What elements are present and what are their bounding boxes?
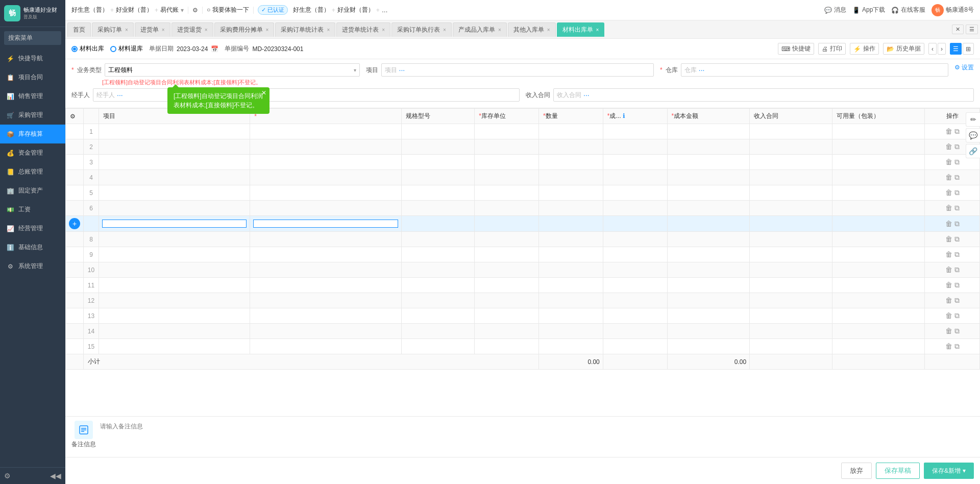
row-unit[interactable] — [475, 124, 539, 139]
delete-row-button[interactable]: 🗑 — [944, 157, 953, 167]
copy-row-button[interactable]: ⧉ — [953, 341, 961, 352]
row-quantity[interactable] — [539, 247, 603, 262]
calendar-icon[interactable]: 📅 — [211, 45, 218, 53]
row-cost-price[interactable] — [603, 201, 667, 216]
sidebar-item-inventory[interactable]: 📦 库存核算 — [0, 125, 65, 143]
delete-row-button[interactable]: 🗑 — [944, 249, 953, 259]
row-quantity-active[interactable] — [539, 216, 603, 232]
row-cost-amount[interactable] — [667, 293, 750, 308]
row-material-active[interactable] — [250, 216, 401, 232]
row-available[interactable] — [832, 124, 924, 139]
sidebar-item-system[interactable]: ⚙ 系统管理 — [0, 257, 65, 276]
row-income-contract[interactable] — [750, 262, 832, 278]
copy-row-button[interactable]: ⧉ — [953, 219, 961, 229]
cost-info-icon[interactable]: ℹ — [623, 112, 625, 119]
topbar-link-more[interactable]: … — [382, 7, 388, 14]
row-income-contract[interactable] — [750, 293, 832, 308]
settings-bottom-button[interactable]: ⚙ — [4, 472, 11, 480]
row-cost-price[interactable] — [603, 185, 667, 201]
row-quantity[interactable] — [539, 155, 603, 170]
tab-list-button[interactable]: ☰ — [966, 25, 978, 34]
row-income-contract[interactable] — [750, 278, 832, 293]
row-project[interactable] — [99, 324, 250, 339]
row-project[interactable] — [99, 278, 250, 293]
row-income-contract[interactable] — [750, 339, 832, 354]
row-cost-amount[interactable] — [667, 201, 750, 216]
row-cost-price[interactable] — [603, 324, 667, 339]
row-project[interactable] — [99, 262, 250, 278]
row-spec[interactable] — [401, 201, 475, 216]
row-project[interactable] — [99, 170, 250, 185]
quick-key-button[interactable]: ⌨ 快捷键 — [778, 43, 814, 55]
row-quantity[interactable] — [539, 124, 603, 139]
delete-row-button[interactable]: 🗑 — [944, 264, 953, 275]
tab-purchase-expense[interactable]: 采购费用分摊单× — [214, 22, 275, 37]
tab-close-icon[interactable]: × — [162, 27, 165, 33]
project-input[interactable]: 项目 ··· — [381, 63, 654, 77]
row-material[interactable] — [250, 262, 401, 278]
row-unit[interactable] — [475, 155, 539, 170]
row-cost-price[interactable] — [603, 293, 667, 308]
row-unit[interactable] — [475, 262, 539, 278]
row-quantity[interactable] — [539, 324, 603, 339]
row-spec[interactable] — [401, 139, 475, 155]
notes-input[interactable] — [100, 421, 974, 432]
tab-incoming-return[interactable]: 进货退货× — [172, 22, 213, 37]
tab-purchase-exec[interactable]: 采购订单执行表× — [391, 22, 452, 37]
row-available[interactable] — [832, 247, 924, 262]
row-spec[interactable] — [401, 262, 475, 278]
row-spec[interactable] — [401, 247, 475, 262]
row-cost-price[interactable] — [603, 170, 667, 185]
row-quantity[interactable] — [539, 278, 603, 293]
topbar-link-haoshengyi[interactable]: 好生意（普） — [71, 6, 108, 14]
delete-row-button[interactable]: 🗑 — [944, 280, 953, 290]
right-tool-link[interactable]: 🔗 — [966, 144, 980, 158]
row-income-contract[interactable] — [750, 201, 832, 216]
row-spec[interactable] — [401, 293, 475, 308]
prev-record-button[interactable]: ‹ — [928, 43, 937, 55]
row-spec[interactable] — [401, 278, 475, 293]
row-quantity[interactable] — [539, 262, 603, 278]
search-menu-button[interactable]: 搜索菜单 — [4, 31, 61, 45]
tab-purchase-stat[interactable]: 采购订单统计表× — [275, 22, 335, 37]
topbar-trial-link[interactable]: ○ 我要体验一下 — [207, 6, 249, 14]
row-cost-price[interactable] — [603, 278, 667, 293]
row-unit[interactable] — [475, 278, 539, 293]
row-available[interactable] — [832, 185, 924, 201]
operate-button[interactable]: ⚡ 操作 — [850, 43, 879, 55]
row-cost-price[interactable] — [603, 262, 667, 278]
row-material[interactable] — [250, 170, 401, 185]
delete-row-button[interactable]: 🗑 — [944, 187, 953, 198]
income-contract-input[interactable]: 收入合同 ··· — [553, 88, 974, 102]
row-project[interactable] — [99, 124, 250, 139]
sidebar-item-project-contract[interactable]: 📋 项目合同 — [0, 68, 65, 87]
row-material[interactable] — [250, 201, 401, 216]
tab-incoming-stat[interactable]: 进货单统计表× — [336, 22, 390, 37]
tab-close-icon[interactable]: × — [547, 27, 550, 33]
copy-row-button[interactable]: ⧉ — [953, 234, 961, 245]
sidebar-item-business[interactable]: 📈 经营管理 — [0, 219, 65, 238]
tab-close-icon[interactable]: × — [382, 27, 385, 33]
income-contract-search-icon[interactable]: ··· — [583, 91, 590, 99]
row-cost-amount[interactable] — [667, 247, 750, 262]
copy-row-button[interactable]: ⧉ — [953, 187, 961, 198]
tab-incoming[interactable]: 进货单× — [135, 22, 170, 37]
row-cost-amount[interactable] — [667, 308, 750, 324]
delete-row-button[interactable]: 🗑 — [944, 203, 953, 213]
row-cost-amount-active[interactable] — [667, 216, 750, 232]
row-quantity[interactable] — [539, 201, 603, 216]
row-unit[interactable] — [475, 201, 539, 216]
row-material[interactable] — [250, 155, 401, 170]
row-cost-amount[interactable] — [667, 170, 750, 185]
row-cost-price[interactable] — [603, 232, 667, 247]
row-material[interactable] — [250, 278, 401, 293]
tab-other-inbound[interactable]: 其他入库单× — [508, 22, 556, 37]
row-material[interactable] — [250, 293, 401, 308]
save-draft-button[interactable]: 保存草稿 — [876, 463, 920, 479]
sidebar-item-fixed-assets[interactable]: 🏢 固定资产 — [0, 181, 65, 200]
row-cost-amount[interactable] — [667, 185, 750, 201]
delete-row-button[interactable]: 🗑 — [944, 141, 953, 152]
row-project[interactable] — [99, 308, 250, 324]
row-spec-active[interactable] — [401, 216, 475, 232]
row-material[interactable] — [250, 324, 401, 339]
